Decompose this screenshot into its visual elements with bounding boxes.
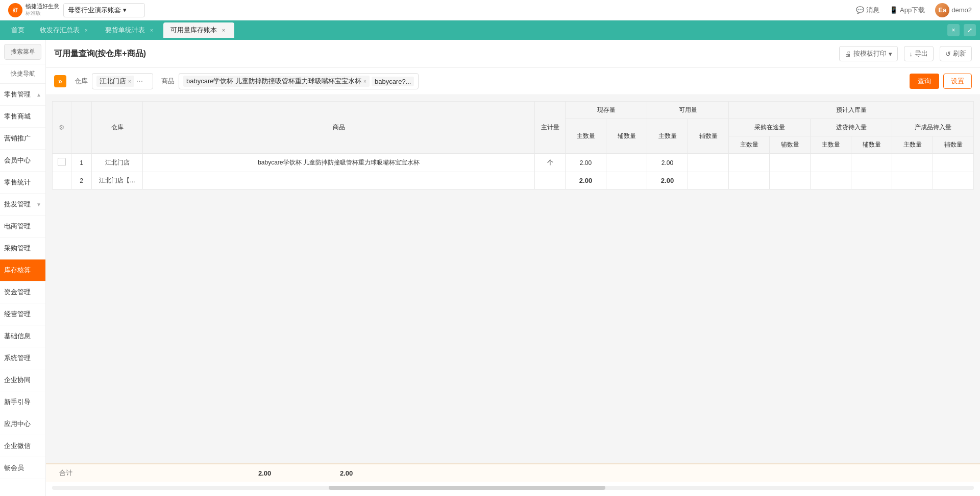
nav-tabs: 首页 收发存汇总表 × 要货单统计表 × 可用量库存账本 × × ⤢ [0,20,980,40]
th-production-main: 主数量 [892,136,933,154]
filter-bar: » 仓库 江北门店 × ··· 商品 babycare学饮杯 儿童防摔防撞吸管杯… [46,68,980,95]
sidebar-item-inventory-check[interactable]: 库存核算 [0,259,45,281]
app-download-btn[interactable]: 📱 App下载 [890,6,925,15]
refresh-btn[interactable]: ↺ 刷新 [940,46,972,61]
sidebar-item-app-center-label: 应用中心 [4,419,31,429]
warehouse-filter-group: 仓库 江北门店 × ··· [75,73,153,89]
td-warehouse-1: 江北门店 [92,154,143,172]
app-download-icon: 📱 [890,6,898,14]
warehouse-filter-label: 仓库 [75,77,88,86]
tab-receive-pay[interactable]: 收发存汇总表 × [33,22,97,38]
sidebar-item-operations-label: 经营管理 [4,310,31,319]
warehouse-more-icon[interactable]: ··· [136,77,143,86]
sidebar-item-purchase-mgmt[interactable]: 采购管理 [0,238,45,259]
tab-avail-stock[interactable]: 可用量库存账本 × [163,22,234,38]
template-print-label: 按模板打印 [853,49,887,58]
data-table: ⚙ 仓库 商品 主计量 现存量 可用量 预计入库量 主数量 辅数量 主数量 [52,101,974,190]
td-unit-2 [535,172,566,190]
page-actions: 🖨 按模板打印 ▾ ↓ 导出 ↺ 刷新 [839,46,972,61]
logo-text: 畅捷通好生意 [26,3,59,10]
td-warehouse-2: 江北门店【... [92,172,143,190]
sidebar-item-retail-stat[interactable]: 零售统计 [0,172,45,194]
sidebar-item-app-center[interactable]: 应用中心 [0,413,45,435]
logo-text-area: 畅捷通好生意 标准版 [26,3,59,17]
table-row: 1 江北门店 babycare学饮杯 儿童防摔防撞吸管杯重力球吸嘴杯宝宝水杯 个… [53,154,974,172]
th-product: 商品 [143,102,535,154]
sidebar-item-retail-mall-label: 零售商城 [4,112,31,121]
tab-order-stat-close[interactable]: × [148,27,155,34]
close-all-btn[interactable]: × [947,24,960,36]
settings-btn[interactable]: 设置 [943,74,972,89]
th-available-group: 可用量 [647,102,729,119]
td-pp-main-2 [892,172,933,190]
sidebar-item-finance-mgmt[interactable]: 资金管理 [0,281,45,303]
tab-home[interactable]: 首页 [4,22,32,38]
tab-receive-pay-close[interactable]: × [83,27,90,34]
th-current-main: 主数量 [566,119,606,154]
avatar: Ea [935,3,949,17]
export-btn[interactable]: ↓ 导出 [904,46,934,61]
message-label: 消息 [866,6,879,15]
product-filter-group: 商品 babycare学饮杯 儿童防摔防撞吸管杯重力球吸嘴杯宝宝水杯 × bab… [161,73,419,89]
th-current-aux: 辅数量 [606,119,647,154]
table-settings-icon[interactable]: ⚙ [59,124,65,131]
footer-available-main: 2.00 [340,469,381,477]
sidebar-item-wholesale-mgmt[interactable]: 批发管理 ▼ [0,194,45,216]
sidebar-item-ecommerce[interactable]: 电商管理 [0,216,45,238]
export-icon: ↓ [910,50,913,58]
td-avail-aux-2 [688,172,729,190]
search-menu-btn[interactable]: 搜索菜单 [4,44,41,60]
horizontal-scrollbar-track[interactable] [52,486,974,490]
th-forecast-group: 预计入库量 [729,102,974,119]
nav-controls: × ⤢ [947,24,976,36]
td-no-2: 2 [71,172,92,190]
sidebar-item-retail-mgmt[interactable]: 零售管理 ▲ [0,84,45,106]
sidebar-item-member-center[interactable]: 会员中心 [0,150,45,172]
maximize-btn[interactable]: ⤢ [964,24,976,36]
tab-avail-stock-close[interactable]: × [220,27,227,34]
app-download-label: App下载 [900,6,925,15]
td-ip-main-1 [811,154,851,172]
company-dropdown[interactable]: 母婴行业演示账套 ▾ [63,3,145,17]
page-title: 可用量查询(按仓库+商品) [54,49,146,59]
row-checkbox[interactable] [58,158,66,166]
product-tag-1: babycare学饮杯 儿童防摔防撞吸管杯重力球吸嘴杯宝宝水杯 × [183,76,370,87]
td-current-main-2: 2.00 [566,172,606,190]
query-btn[interactable]: 查询 [910,74,939,89]
sidebar-item-enterprise-collab[interactable]: 企业协同 [0,369,45,391]
th-incoming-aux: 辅数量 [851,136,892,154]
sidebar-item-vip-member[interactable]: 畅会员 [0,457,45,479]
td-pt-aux-2 [770,172,811,190]
th-purchase-transit-aux: 辅数量 [770,136,811,154]
filter-toggle-btn[interactable]: » [54,75,66,87]
sidebar-item-new-guide[interactable]: 新手引导 [0,391,45,413]
th-purchase-transit-group: 采购在途量 [729,119,811,136]
sidebar-item-ecommerce-label: 电商管理 [4,222,31,231]
tab-order-stat[interactable]: 要货单统计表 × [98,22,162,38]
sidebar-item-basic-info[interactable]: 基础信息 [0,325,45,347]
sidebar-item-system-mgmt[interactable]: 系统管理 [0,347,45,369]
template-print-btn[interactable]: 🖨 按模板打印 ▾ [839,46,898,61]
sidebar-item-retail-mall[interactable]: 零售商城 [0,106,45,128]
content-area: 可用量查询(按仓库+商品) 🖨 按模板打印 ▾ ↓ 导出 ↺ 刷新 » [46,40,980,496]
sidebar-item-enterprise-collab-label: 企业协同 [4,375,31,385]
sidebar-item-new-guide-label: 新手引导 [4,397,31,407]
dropdown-arrow-icon: ▾ [123,6,127,14]
sidebar-item-enterprise-wechat[interactable]: 企业微信 [0,435,45,457]
quick-nav-btn[interactable]: 快捷导航 [0,64,45,84]
td-product-1: babycare学饮杯 儿童防摔防撞吸管杯重力球吸嘴杯宝宝水杯 [143,154,535,172]
message-btn[interactable]: 💬 消息 [856,6,879,15]
th-available-main: 主数量 [647,119,688,154]
product-tag-1-close[interactable]: × [363,79,366,84]
td-current-aux-2 [606,172,647,190]
warehouse-tag-close[interactable]: × [128,79,131,84]
footer-current-main: 2.00 [258,469,299,477]
horizontal-scrollbar-thumb[interactable] [329,486,605,490]
td-pp-aux-2 [933,172,974,190]
sidebar-item-marketing[interactable]: 营销推广 [0,128,45,150]
product-filter-input[interactable]: babycare学饮杯 儿童防摔防撞吸管杯重力球吸嘴杯宝宝水杯 × babyca… [179,73,419,89]
sidebar-item-operations[interactable]: 经营管理 [0,303,45,325]
user-area[interactable]: Ea demo2 [935,3,972,17]
warehouse-filter-input[interactable]: 江北门店 × ··· [92,73,153,89]
main-layout: 搜索菜单 快捷导航 零售管理 ▲ 零售商城 营销推广 会员中心 零售统计 批发管… [0,40,980,496]
